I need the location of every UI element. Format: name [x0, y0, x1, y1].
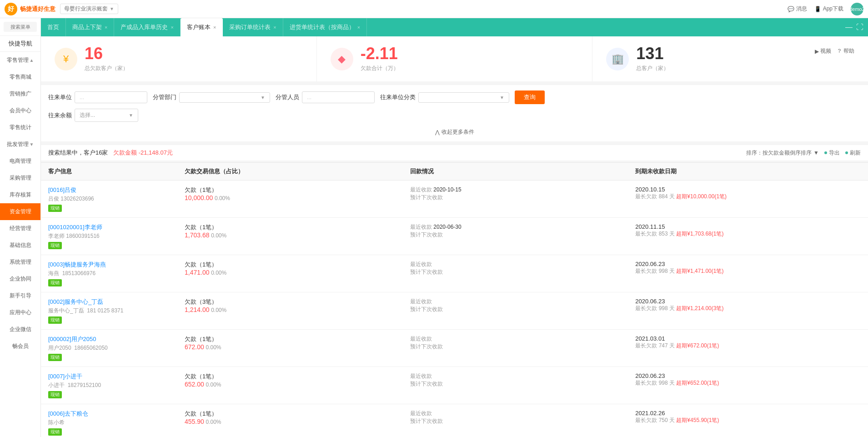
balance-chevron-icon: ▼: [129, 113, 133, 118]
sidebar-search-container: [0, 18, 40, 36]
balance-placeholder: 选择...: [80, 111, 95, 119]
sort-label: 排序：按欠款金额倒序排序: [746, 149, 812, 157]
tab-close-stock[interactable]: ×: [357, 25, 360, 30]
user-avatar-btn[interactable]: demo2: [851, 3, 863, 15]
avatar: demo2: [851, 3, 863, 15]
sidebar-item-wholesale-mgmt[interactable]: 批发管理 ▼: [0, 136, 40, 153]
debt-customers-number: 16: [85, 45, 128, 62]
sidebar-item-retail-mgmt[interactable]: 零售管理 ▲: [0, 52, 40, 69]
customer-info-cell: [0007]小进干 小进干 18279152100 现销: [48, 372, 185, 398]
overdue-link[interactable]: 超期¥1,703.68(1笔): [676, 231, 723, 237]
search-button[interactable]: 查询: [515, 90, 545, 104]
table-row: [0002]服务中心_丁磊 服务中心_丁磊 181 0125 8371 现销 欠…: [41, 292, 868, 330]
overdue-link[interactable]: 超期¥672.00(1笔): [676, 342, 719, 349]
customer-name-link[interactable]: [0007]小进干: [48, 373, 82, 380]
balance-select[interactable]: 选择... ▼: [75, 109, 138, 122]
sidebar-item-retail-stats[interactable]: 零售统计: [0, 119, 40, 136]
sidebar-item-enterprise-wechat[interactable]: 企业微信: [0, 321, 40, 338]
overdue-link[interactable]: 超期¥1,214.00(3笔): [676, 305, 723, 311]
overdue-link[interactable]: 超期¥652.00(1笔): [676, 380, 719, 386]
tab-bar: 首页 商品上下架 × 产成品入库单历史 × 客户账本 × 采购订单统计表 ×: [41, 18, 868, 36]
customer-name-link[interactable]: [0016]吕俊: [48, 186, 76, 193]
message-btn[interactable]: 💬 消息: [788, 5, 807, 13]
tab-close-customer[interactable]: ×: [213, 25, 216, 30]
message-icon: 💬: [788, 6, 794, 12]
sidebar-item-inventory[interactable]: 库存核算: [0, 186, 40, 203]
help-btn[interactable]: ？ 帮助: [837, 47, 854, 55]
tab-stock[interactable]: 进货单统计表（按商品） ×: [283, 18, 367, 36]
debt-info-cell: 欠款（1笔） 652.00 0.00%: [185, 372, 410, 388]
customer-name-link[interactable]: [0001020001]李老师: [48, 224, 102, 231]
sidebar-item-vip[interactable]: 畅会员: [0, 338, 40, 355]
sort-select[interactable]: 排序：按欠款金额倒序排序 ▼: [746, 149, 819, 157]
overdue-link[interactable]: 超期¥1,471.00(1笔): [676, 268, 723, 274]
sidebar-item-basic-info[interactable]: 基础信息: [0, 237, 40, 254]
debt-info-cell: 欠款（1笔） 1,471.00 0.00%: [185, 261, 410, 276]
overdue-link[interactable]: 超期¥455.90(1笔): [676, 417, 719, 423]
sidebar-item-operations[interactable]: 经营管理: [0, 220, 40, 237]
tab-close-production[interactable]: ×: [171, 25, 173, 30]
customer-name-link[interactable]: [0006]去下粮仓: [48, 410, 88, 417]
tab-production[interactable]: 产成品入库单历史 ×: [114, 18, 180, 36]
debt-amount-label: 欠款合计（万）: [361, 65, 399, 72]
customer-phone: 服务中心_丁磊 181 0125 8371: [48, 307, 185, 315]
table-row: [0006]去下粮仓 陈小希 现销 欠款（1笔） 455.90 0.00% 最近…: [41, 404, 868, 437]
customer-name-link[interactable]: [0002]服务中心_丁磊: [48, 298, 103, 305]
tab-close-goods[interactable]: ×: [105, 25, 107, 30]
source-category-select[interactable]: ▼: [418, 92, 509, 103]
debt-info-cell: 欠款（3笔） 1,214.00 0.00%: [185, 298, 410, 313]
tab-goods[interactable]: 商品上下架 ×: [66, 18, 114, 36]
app-name: 畅捷通好生意: [20, 5, 55, 13]
sidebar-item-system[interactable]: 系统管理: [0, 254, 40, 271]
recovery-cell: 最近收款 2020-10-15 预计下次收款: [410, 186, 636, 201]
department-label: 分管部门: [153, 93, 176, 101]
tab-customer[interactable]: 客户账本 ×: [181, 18, 223, 36]
source-unit-label: 往来单位: [48, 93, 72, 101]
table-row: [0007]小进干 小进干 18279152100 现销 欠款（1笔） 652.…: [41, 367, 868, 404]
video-btn[interactable]: ▶ 视频: [815, 47, 831, 55]
tab-expand-icon[interactable]: ⛶: [856, 23, 863, 31]
th-customer-info: 客户信息: [48, 167, 185, 176]
department-select[interactable]: ▼: [179, 92, 270, 103]
refresh-btn[interactable]: 刷新: [845, 149, 861, 157]
sidebar-item-ecommerce[interactable]: 电商管理: [0, 153, 40, 170]
search-input[interactable]: [4, 22, 37, 32]
sidebar-item-retail-store[interactable]: 零售商城: [0, 69, 40, 85]
customer-info-cell: [0016]吕俊 吕俊 13026203696 现销: [48, 186, 185, 212]
sidebar-item-enterprise[interactable]: 企业协同: [0, 271, 40, 287]
collapse-btn[interactable]: ⋀ 收起更多条件: [48, 126, 861, 138]
app-download-btn[interactable]: 📱 App下载: [814, 5, 843, 13]
manager-input[interactable]: ...: [302, 91, 375, 103]
debt-info-cell: 欠款（1笔） 1,703.68 0.00%: [185, 223, 410, 239]
customer-badge: 现销: [48, 354, 62, 361]
source-category-label: 往来单位分类: [380, 93, 416, 101]
tab-close-purchase[interactable]: ×: [273, 25, 276, 30]
sidebar-item-marketing[interactable]: 营销推广: [0, 85, 40, 102]
sidebar-item-newbie[interactable]: 新手引导: [0, 287, 40, 304]
source-unit-input[interactable]: ...: [75, 91, 147, 103]
table-row: [000002]用户2050 用户2050 18665062050 现销 欠款（…: [41, 330, 868, 367]
debt-info-cell: 欠款（1笔） 455.90 0.00%: [185, 410, 410, 425]
arrow-icon: ▲: [30, 58, 34, 63]
export-btn[interactable]: 导出: [824, 149, 840, 157]
overdue-link[interactable]: 超期¥10,000.00(1笔): [676, 193, 727, 200]
tab-purchase[interactable]: 采购订单统计表 ×: [223, 18, 283, 36]
sidebar-item-purchase-mgmt[interactable]: 采购管理: [0, 170, 40, 186]
customer-name-link[interactable]: [0003]畅捷服务尹海燕: [48, 261, 106, 268]
sidebar-item-finance[interactable]: 资金管理: [0, 203, 40, 220]
tab-home[interactable]: 首页: [41, 18, 66, 36]
customer-name-link[interactable]: [000002]用户2050: [48, 336, 96, 342]
due-date-cell: 2020.06.23 最长欠款 998 天 超期¥1,471.00(1笔): [635, 261, 861, 275]
total-customers-label: 总客户（家）: [636, 65, 669, 72]
tab-minus-icon[interactable]: —: [845, 23, 853, 31]
store-selector[interactable]: 母婴行业演示账套 ▼: [60, 4, 118, 14]
stat-debt-customers: ¥ 16 总欠款客户（家）: [41, 36, 317, 81]
sidebar-item-quick-nav[interactable]: 快捷导航: [0, 36, 40, 52]
diamond-icon: ◆: [331, 48, 353, 70]
debt-amount-number: -2.11: [361, 45, 399, 62]
recovery-cell: 最近收款 预计下次收款: [410, 261, 636, 276]
due-date-cell: 2021.03.01 最长欠款 747 天 超期¥672.00(1笔): [635, 335, 861, 350]
sidebar-item-app-center[interactable]: 应用中心: [0, 304, 40, 321]
sidebar-item-member[interactable]: 会员中心: [0, 102, 40, 119]
th-debt-info: 欠款交易信息（占比）: [185, 167, 410, 176]
